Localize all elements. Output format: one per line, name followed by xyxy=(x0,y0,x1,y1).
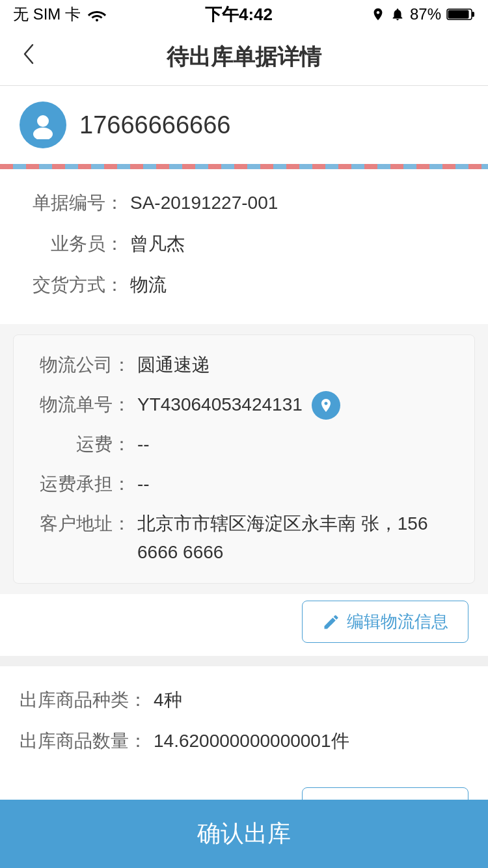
document-no-value: SA-20191227-001 xyxy=(124,189,468,218)
delivery-method-label: 交货方式： xyxy=(20,271,124,300)
nav-bar: 待出库单据详情 xyxy=(0,29,488,86)
back-button[interactable] xyxy=(20,40,38,74)
freight-bearer-label: 运费承担： xyxy=(27,470,131,499)
page-title: 待出库单据详情 xyxy=(167,42,321,72)
edit-logistics-button[interactable]: 编辑物流信息 xyxy=(302,601,468,643)
delivery-method-row: 交货方式： 物流 xyxy=(20,271,468,300)
salesperson-row: 业务员： 曾凡杰 xyxy=(20,230,468,259)
battery-percentage: 87% xyxy=(410,5,441,23)
freight-bearer-row: 运费承担： -- xyxy=(27,470,461,499)
customer-phone: 17666666666 xyxy=(79,111,230,139)
svg-rect-2 xyxy=(448,10,468,19)
goods-section: 出库商品种类： 4种 出库商品数量： 14.620000000000001件 xyxy=(0,666,488,781)
tracking-no-row: 物流单号： YT43064053424131 xyxy=(27,390,461,420)
freight-bearer-value: -- xyxy=(131,470,461,499)
wifi-icon xyxy=(87,7,107,21)
section-separator xyxy=(0,656,488,666)
svg-rect-1 xyxy=(472,12,474,17)
status-right: 87% xyxy=(371,5,475,23)
freight-value: -- xyxy=(131,430,461,459)
document-no-label: 单据编号： xyxy=(20,189,124,218)
logistics-company-label: 物流公司： xyxy=(27,351,131,380)
status-bar: 无 SIM 卡 下午4:42 87% xyxy=(0,0,488,29)
delivery-method-value: 物流 xyxy=(124,271,468,300)
sim-status: 无 SIM 卡 xyxy=(13,4,81,25)
goods-quantity-row: 出库商品数量： 14.620000000000001件 xyxy=(20,727,468,756)
logistics-card: 物流公司： 圆通速递 物流单号： YT43064053424131 运费： --… xyxy=(13,334,475,584)
goods-types-row: 出库商品种类： 4种 xyxy=(20,686,468,715)
goods-types-value: 4种 xyxy=(147,686,468,715)
logistics-company-row: 物流公司： 圆通速递 xyxy=(27,351,461,380)
goods-quantity-label: 出库商品数量： xyxy=(20,727,147,756)
salesperson-label: 业务员： xyxy=(20,230,124,259)
document-no-row: 单据编号： SA-20191227-001 xyxy=(20,189,468,218)
freight-label: 运费： xyxy=(27,430,131,459)
track-location-button[interactable] xyxy=(312,391,340,420)
alarm-icon xyxy=(390,7,405,21)
logistics-company-value: 圆通速递 xyxy=(131,351,461,380)
tracking-no-label: 物流单号： xyxy=(27,390,131,420)
edit-logistics-label: 编辑物流信息 xyxy=(347,610,448,633)
battery-icon xyxy=(446,7,475,21)
svg-point-3 xyxy=(37,115,49,127)
dashed-divider xyxy=(0,164,488,169)
address-label: 客户地址： xyxy=(27,509,131,539)
basic-info-section: 单据编号： SA-20191227-001 业务员： 曾凡杰 交货方式： 物流 xyxy=(0,169,488,324)
confirm-outbound-button[interactable]: 确认出库 xyxy=(0,818,488,850)
edit-logistics-section: 编辑物流信息 xyxy=(0,594,488,656)
goods-quantity-value: 14.620000000000001件 xyxy=(147,727,468,756)
tracking-no-value-wrap: YT43064053424131 xyxy=(131,390,461,420)
svg-point-4 xyxy=(33,128,53,139)
salesperson-value: 曾凡杰 xyxy=(124,230,468,259)
tracking-no-value: YT43064053424131 xyxy=(137,390,303,420)
status-time: 下午4:42 xyxy=(205,3,273,26)
edit-icon xyxy=(322,613,340,631)
freight-row: 运费： -- xyxy=(27,430,461,459)
bottom-bar: 确认出库 xyxy=(0,800,488,868)
customer-header: 17666666666 xyxy=(0,86,488,164)
address-row: 客户地址： 北京市市辖区海淀区永丰南 张，156 6666 6666 xyxy=(27,509,461,568)
address-value: 北京市市辖区海淀区永丰南 张，156 6666 6666 xyxy=(131,509,461,568)
avatar xyxy=(20,102,66,148)
status-left: 无 SIM 卡 xyxy=(13,4,107,25)
goods-types-label: 出库商品种类： xyxy=(20,686,147,715)
location-indicator-icon xyxy=(371,7,385,21)
